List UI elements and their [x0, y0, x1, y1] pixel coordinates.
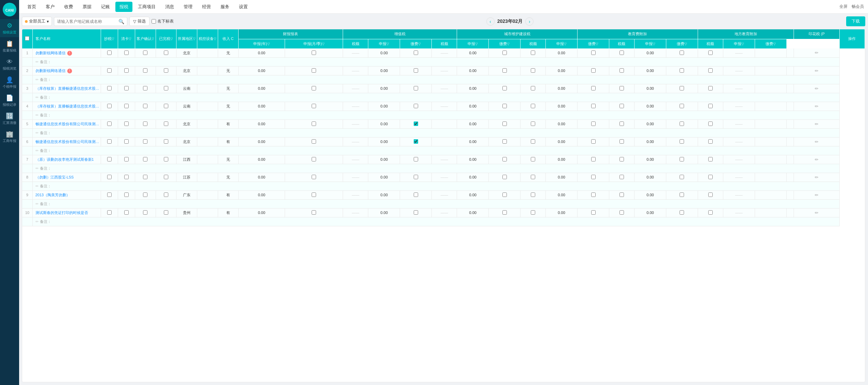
nav-manage[interactable]: 管理 [180, 2, 197, 12]
nav-biz[interactable]: 工商项目 [134, 2, 160, 12]
local-edu-declare-checkbox[interactable] [680, 68, 684, 73]
edu-declare-checkbox[interactable] [591, 51, 596, 55]
local-edu-pay-checkbox[interactable] [708, 68, 713, 73]
edu-declare-checkbox[interactable] [591, 68, 596, 73]
customer-name[interactable]: 2013（陶美芳勿删） [32, 190, 101, 199]
local-edu-declare-checkbox[interactable] [680, 192, 684, 197]
edit-icon[interactable]: ✏ [815, 68, 819, 73]
paid-tax-checkbox[interactable] [164, 192, 168, 197]
vat-declare-checkbox[interactable] [414, 86, 418, 90]
city-declare-checkbox[interactable] [502, 51, 507, 55]
customer-confirm-checkbox[interactable] [143, 51, 147, 55]
edu-declare-checkbox[interactable] [591, 104, 596, 108]
local-edu-declare-checkbox[interactable] [680, 139, 684, 144]
local-edu-pay-checkbox[interactable] [708, 139, 713, 144]
city-pay-checkbox[interactable] [531, 122, 535, 126]
info-icon[interactable]: ! [67, 51, 72, 56]
copy-tax-checkbox[interactable] [107, 175, 112, 179]
customer-name[interactable]: （库存核算）直播畅捷通信息技术股份有限... ! [32, 84, 101, 93]
starred-checkbox[interactable] [152, 19, 156, 24]
info-icon[interactable]: ! [67, 69, 72, 73]
city-declare-checkbox[interactable] [502, 175, 507, 179]
paid-tax-checkbox[interactable] [164, 68, 168, 73]
vat-declare-checkbox[interactable] [414, 104, 418, 108]
edit-icon[interactable]: ✏ [815, 122, 819, 127]
download-button[interactable]: 下载 [846, 16, 865, 26]
edu-declare-checkbox[interactable] [591, 122, 596, 126]
local-edu-pay-checkbox[interactable] [708, 157, 713, 161]
city-pay-checkbox[interactable] [531, 210, 535, 215]
customer-name[interactable]: （勿删）江西股宝-LSS [32, 173, 101, 182]
nav-operation[interactable]: 经营 [198, 2, 215, 12]
customer-name[interactable]: 勿删新锐网络通信 ! [32, 48, 101, 57]
local-edu-pay-checkbox[interactable] [708, 104, 713, 108]
local-edu-declare-checkbox[interactable] [680, 157, 684, 161]
prev-month-button[interactable]: ‹ [486, 17, 495, 26]
edu-pay-checkbox[interactable] [620, 210, 624, 215]
sidebar-item-annual-report[interactable]: 🏢 工商年报 [0, 128, 19, 146]
customer-name[interactable]: 测试斯春的凭证打印的时候是否 [32, 208, 101, 217]
local-edu-declare-checkbox[interactable] [680, 51, 684, 55]
city-pay-checkbox[interactable] [531, 175, 535, 179]
nav-tax[interactable]: 报税 [115, 2, 132, 12]
vat-declare-checkbox[interactable] [414, 51, 418, 55]
employee-filter[interactable]: 全部员工 ▾ [22, 17, 52, 26]
clear-card-checkbox[interactable] [124, 122, 129, 126]
copy-tax-checkbox[interactable] [107, 157, 112, 161]
clear-card-checkbox[interactable] [124, 210, 129, 215]
edit-icon[interactable]: ✏ [815, 139, 819, 144]
paid-tax-checkbox[interactable] [164, 139, 168, 144]
local-edu-declare-checkbox[interactable] [680, 122, 684, 126]
local-edu-pay-checkbox[interactable] [708, 210, 713, 215]
customer-name[interactable]: （库存核算）直播畅捷通信息技术股份有限... ! [32, 102, 101, 111]
nav-bookkeeping[interactable]: 记账 [97, 2, 114, 12]
local-edu-pay-checkbox[interactable] [708, 122, 713, 126]
edu-pay-checkbox[interactable] [620, 104, 624, 108]
edu-pay-checkbox[interactable] [620, 51, 624, 55]
nav-service[interactable]: 服务 [216, 2, 233, 12]
customer-confirm-checkbox[interactable] [143, 210, 147, 215]
edu-pay-checkbox[interactable] [620, 175, 624, 179]
vip-btn[interactable]: 畅会员 [852, 4, 864, 10]
paid-tax-checkbox[interactable] [164, 51, 168, 55]
clear-card-checkbox[interactable] [124, 51, 129, 55]
customer-confirm-checkbox[interactable] [143, 104, 147, 108]
edit-icon[interactable]: ✏ [815, 104, 819, 109]
customer-name[interactable]: 畅捷通信息技术股份有限公司民珠测试 ! [32, 119, 101, 128]
city-pay-checkbox[interactable] [531, 157, 535, 161]
vat-declare-checkbox[interactable] [414, 139, 418, 144]
local-edu-declare-checkbox[interactable] [680, 210, 684, 215]
customer-confirm-checkbox[interactable] [143, 175, 147, 179]
vat-declare-checkbox[interactable] [414, 68, 418, 73]
city-pay-checkbox[interactable] [531, 192, 535, 197]
edit-icon[interactable]: ✏ [815, 86, 819, 91]
customer-confirm-checkbox[interactable] [143, 122, 147, 126]
city-pay-checkbox[interactable] [531, 51, 535, 55]
fr-monthly-checkbox[interactable] [312, 86, 316, 90]
starred-checkbox-label[interactable]: 名下标表 [152, 18, 174, 24]
paid-tax-checkbox[interactable] [164, 157, 168, 161]
fr-monthly-checkbox[interactable] [312, 139, 316, 144]
edu-declare-checkbox[interactable] [591, 175, 596, 179]
edu-pay-checkbox[interactable] [620, 192, 624, 197]
clear-card-checkbox[interactable] [124, 104, 129, 108]
fr-monthly-checkbox[interactable] [312, 104, 316, 108]
customer-confirm-checkbox[interactable] [143, 86, 147, 90]
city-pay-checkbox[interactable] [531, 68, 535, 73]
search-input[interactable] [57, 19, 118, 24]
customer-confirm-checkbox[interactable] [143, 139, 147, 144]
edu-pay-checkbox[interactable] [620, 122, 624, 126]
local-edu-pay-checkbox[interactable] [708, 192, 713, 197]
local-edu-pay-checkbox[interactable] [708, 51, 713, 55]
copy-tax-checkbox[interactable] [107, 139, 112, 144]
fr-monthly-checkbox[interactable] [312, 51, 316, 55]
vat-declare-checkbox[interactable] [414, 122, 418, 126]
customer-confirm-checkbox[interactable] [143, 68, 147, 73]
clear-card-checkbox[interactable] [124, 175, 129, 179]
city-declare-checkbox[interactable] [502, 104, 507, 108]
copy-tax-checkbox[interactable] [107, 51, 112, 55]
copy-tax-checkbox[interactable] [107, 210, 112, 215]
clear-card-checkbox[interactable] [124, 86, 129, 90]
fr-monthly-checkbox[interactable] [312, 157, 316, 161]
city-pay-checkbox[interactable] [531, 104, 535, 108]
